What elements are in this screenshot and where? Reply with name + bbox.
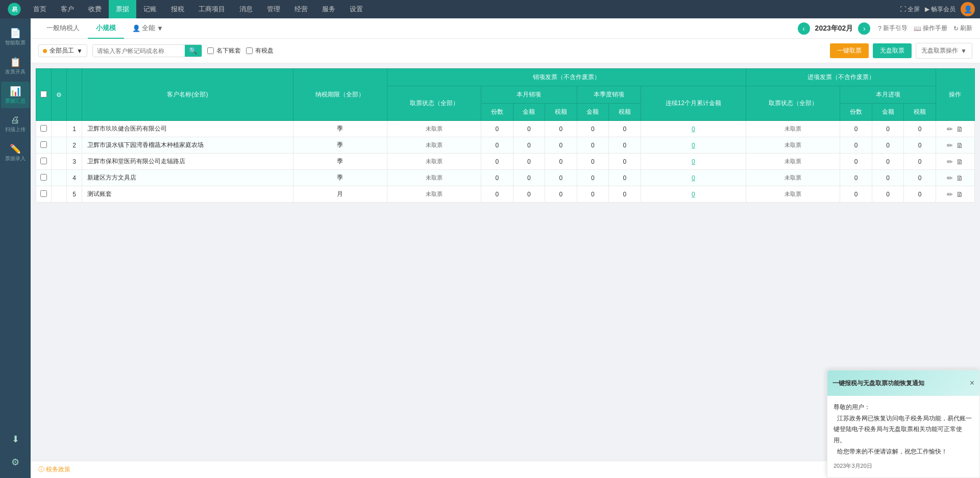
row-sales-quarterly-tax-2: 0 <box>609 154 641 170</box>
notification-header: 一键报税与无盘取票功能恢复通知 × <box>827 370 979 396</box>
row-input-monthly-amount-0: 0 <box>872 121 904 137</box>
row-input-status-2: 未取票 <box>746 154 840 170</box>
nav-operation[interactable]: 经营 <box>287 0 315 18</box>
all-capable-icon: 👤 <box>132 24 140 32</box>
vip-icon: ▶ <box>925 6 929 13</box>
new-guide-link[interactable]: ? 新手引导 <box>878 24 908 33</box>
download-icon: ⬇ <box>12 434 19 445</box>
info-icon: ⓘ <box>38 465 44 474</box>
table-body: 1 卫辉市玖玖健合医药有限公司 季 未取票 0 0 0 0 0 0 未取票 0 … <box>36 121 975 203</box>
row-sales-monthly-amount-0: 0 <box>513 121 545 137</box>
checkbox-my-accounts[interactable]: 名下账套 <box>207 46 241 55</box>
row-sales-accum12-4[interactable]: 0 <box>641 186 746 203</box>
select-all-checkbox[interactable] <box>40 91 47 97</box>
vip-btn[interactable]: ▶ 畅享会员 <box>925 5 955 14</box>
header-sales-monthly-tax: 税额 <box>545 104 577 121</box>
nav-service[interactable]: 服务 <box>315 0 342 18</box>
notification-title: 一键报税与无盘取票功能恢复通知 <box>832 379 924 388</box>
tab-all-capable[interactable]: 👤 全能 ▼ <box>124 18 172 39</box>
sidebar-item-ticket-summary[interactable]: 📊 票据汇总 <box>1 82 30 108</box>
view-icon-1[interactable]: 🗎 <box>956 141 963 149</box>
has-disk-checkbox[interactable] <box>246 47 253 54</box>
row-sales-monthly-count-1: 0 <box>481 137 513 154</box>
row-checkbox-1[interactable] <box>36 137 52 154</box>
header-sales-monthly-count: 份数 <box>481 104 513 121</box>
month-nav: ‹ 2023年02月 › <box>798 22 871 35</box>
row-tax-period-1: 季 <box>293 137 387 154</box>
edit-icon-2[interactable]: ✏ <box>947 158 953 166</box>
row-input-monthly-amount-1: 0 <box>872 137 904 154</box>
manual-link[interactable]: 📖 操作手册 <box>914 24 947 33</box>
nav-message[interactable]: 消息 <box>232 0 260 18</box>
employee-select[interactable]: 全部员工 ▼ <box>38 44 87 57</box>
row-input-monthly-amount-3: 0 <box>872 170 904 186</box>
row-settings-3 <box>52 170 67 186</box>
no-disk-ticket-btn[interactable]: 无盘取票 <box>873 43 912 58</box>
header-sales-invoice-group: 销项发票（不含作废票） <box>387 69 746 86</box>
fullscreen-btn[interactable]: ⛶ 全屏 <box>900 5 920 14</box>
edit-icon-4[interactable]: ✏ <box>947 190 953 198</box>
nav-invoice[interactable]: 票据 <box>109 0 136 18</box>
sidebar-item-open-invoice[interactable]: 📋 发票开具 <box>1 53 30 79</box>
row-customer-3: 新建区方方文具店 <box>82 170 293 186</box>
row-sales-monthly-tax-2: 0 <box>545 154 577 170</box>
row-num-3: 4 <box>67 170 82 186</box>
row-sales-accum12-3[interactable]: 0 <box>641 170 746 186</box>
my-accounts-checkbox[interactable] <box>207 47 214 54</box>
tax-policy-link[interactable]: ⓘ 税务政策 <box>38 465 70 474</box>
nav-home[interactable]: 首页 <box>26 0 54 18</box>
row-actions-1: ✏ 🗎 <box>936 137 974 154</box>
sidebar-item-scan-upload[interactable]: 🖨 扫描上传 <box>1 111 30 137</box>
row-sales-monthly-tax-3: 0 <box>545 170 577 186</box>
nav-manage[interactable]: 管理 <box>260 0 287 18</box>
row-actions-0: ✏ 🗎 <box>936 121 974 137</box>
row-sales-accum12-2[interactable]: 0 <box>641 154 746 170</box>
header-operations-col: 操作 <box>936 69 974 121</box>
row-checkbox-3[interactable] <box>36 170 52 186</box>
edit-icon-0[interactable]: ✏ <box>947 125 953 133</box>
sidebar-bottom: ⬇ ⚙ <box>1 430 30 478</box>
employee-dot <box>43 49 47 53</box>
no-disk-operation-btn[interactable]: 无盘取票操作 ▼ <box>916 43 972 59</box>
tab-general-taxpayer[interactable]: 一般纳税人 <box>38 18 88 39</box>
row-sales-accum12-1[interactable]: 0 <box>641 137 746 154</box>
nav-customer[interactable]: 客户 <box>54 0 81 18</box>
sidebar-item-config[interactable]: ⚙ <box>1 452 30 473</box>
view-icon-3[interactable]: 🗎 <box>956 174 963 182</box>
checkbox-has-disk[interactable]: 有税盘 <box>246 46 274 55</box>
nav-bookkeeping[interactable]: 记账 <box>136 0 164 18</box>
sidebar-item-ticket-entry[interactable]: ✏️ 票据录入 <box>1 139 30 166</box>
row-checkbox-0[interactable] <box>36 121 52 137</box>
row-checkbox-2[interactable] <box>36 154 52 170</box>
row-sales-monthly-tax-0: 0 <box>545 121 577 137</box>
notification-close-btn[interactable]: × <box>970 379 974 388</box>
row-sales-monthly-amount-4: 0 <box>513 186 545 203</box>
search-input[interactable] <box>93 45 185 57</box>
view-icon-2[interactable]: 🗎 <box>956 158 963 166</box>
row-checkbox-4[interactable] <box>36 186 52 203</box>
row-customer-2: 卫辉市保和堂医药有限公司走辐路店 <box>82 154 293 170</box>
sidebar-item-download[interactable]: ⬇ <box>1 430 30 450</box>
view-icon-0[interactable]: 🗎 <box>956 125 963 133</box>
sidebar-item-smart-ticket[interactable]: 📄 智能取票 <box>1 23 30 50</box>
table-row: 4 新建区方方文具店 季 未取票 0 0 0 0 0 0 未取票 0 0 0 ✏… <box>36 170 975 186</box>
row-tax-period-4: 月 <box>293 186 387 203</box>
nav-business[interactable]: 工商项目 <box>191 0 232 18</box>
nav-settings[interactable]: 设置 <box>342 0 370 18</box>
edit-icon-1[interactable]: ✏ <box>947 141 953 149</box>
one-click-ticket-btn[interactable]: 一键取票 <box>830 43 869 58</box>
avatar[interactable]: 👤 <box>961 2 975 16</box>
tab-small-scale[interactable]: 小规模 <box>88 18 124 39</box>
fullscreen-icon: ⛶ <box>900 6 906 13</box>
nav-tax[interactable]: 报税 <box>164 0 191 18</box>
refresh-link[interactable]: ↻ 刷新 <box>953 24 972 33</box>
edit-icon-3[interactable]: ✏ <box>947 174 953 182</box>
row-customer-4: 测试账套 <box>82 186 293 203</box>
logo[interactable]: 易 <box>5 0 23 18</box>
next-month-btn[interactable]: › <box>858 22 870 35</box>
row-sales-accum12-0[interactable]: 0 <box>641 121 746 137</box>
prev-month-btn[interactable]: ‹ <box>798 22 810 35</box>
nav-fee[interactable]: 收费 <box>81 0 109 18</box>
view-icon-4[interactable]: 🗎 <box>956 190 963 198</box>
search-button[interactable]: 🔍 <box>185 45 202 57</box>
